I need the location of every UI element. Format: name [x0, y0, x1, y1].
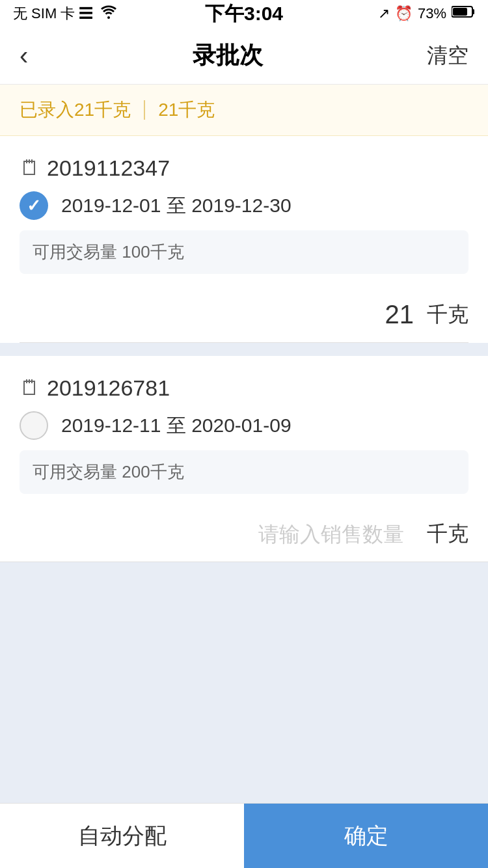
- nav-bar: ‹ 录批次 清空: [0, 27, 488, 85]
- batch-2-quantity-row: 千克: [0, 507, 488, 562]
- sim-text: 无 SIM 卡 ☰: [13, 4, 93, 23]
- page-title: 录批次: [193, 40, 263, 72]
- batch-1-quantity-row: 21 千克: [0, 287, 488, 342]
- batch-1-availability: 可用交易量 100千克: [20, 230, 468, 274]
- status-left: 无 SIM 卡 ☰: [13, 4, 118, 23]
- clear-button[interactable]: 清空: [427, 42, 468, 70]
- batch-2-section: 🗒 2019126781 2019-12-11 至 2020-01-09 可用交…: [0, 356, 488, 562]
- info-value: 21千克: [158, 98, 215, 122]
- auto-distribute-button[interactable]: 自动分配: [0, 804, 244, 868]
- back-button[interactable]: ‹: [20, 41, 28, 70]
- info-banner: 已录入21千克 21千克: [0, 85, 488, 136]
- battery-icon: [452, 5, 475, 22]
- batch-2-card: 🗒 2019126781 2019-12-11 至 2020-01-09 可用交…: [0, 356, 488, 494]
- confirm-label: 确定: [344, 821, 388, 851]
- batch-2-unit: 千克: [427, 520, 468, 549]
- alarm-icon: ⏰: [395, 5, 413, 22]
- batch-1-card: 🗒 2019112347 2019-12-01 至 2019-12-30 可用交…: [0, 136, 488, 274]
- batch-2-date: 2019-12-11 至 2020-01-09: [61, 413, 291, 439]
- status-time: 下午3:04: [205, 1, 283, 27]
- auto-distribute-label: 自动分配: [78, 821, 167, 851]
- batch-1-quantity-value: 21: [385, 300, 414, 329]
- confirm-button[interactable]: 确定: [244, 804, 488, 868]
- batch-2-header: 🗒 2019126781: [20, 375, 468, 401]
- batch-2-radio[interactable]: [20, 411, 48, 440]
- batch-2-availability: 可用交易量 200千克: [20, 450, 468, 494]
- batch-1-radio[interactable]: [20, 191, 48, 220]
- batch-2-id: 2019126781: [47, 375, 170, 401]
- batch-1-date: 2019-12-01 至 2019-12-30: [61, 193, 291, 219]
- section-divider-1: [0, 343, 488, 356]
- batch-1-date-row: 2019-12-01 至 2019-12-30: [20, 191, 468, 220]
- batch-2-icon: 🗒: [20, 376, 40, 400]
- svg-rect-1: [472, 9, 474, 14]
- bottom-area: [0, 562, 488, 822]
- info-label: 已录入21千克: [20, 98, 131, 122]
- batch-2-quantity-input[interactable]: [219, 522, 414, 547]
- location-icon: ↗: [378, 5, 390, 22]
- battery-percent: 73%: [418, 5, 446, 22]
- batch-1-section: 🗒 2019112347 2019-12-01 至 2019-12-30 可用交…: [0, 136, 488, 343]
- footer: 自动分配 确定: [0, 803, 488, 868]
- batch-1-icon: 🗒: [20, 156, 40, 180]
- batch-2-date-row: 2019-12-11 至 2020-01-09: [20, 411, 468, 440]
- info-divider: [144, 100, 145, 120]
- batch-1-header: 🗒 2019112347: [20, 156, 468, 181]
- status-right: ↗ ⏰ 73%: [378, 5, 475, 22]
- batch-1-quantity-unit: 千克: [427, 301, 468, 329]
- wifi-icon: [100, 5, 118, 23]
- svg-rect-2: [453, 8, 467, 16]
- content-wrapper: 🗒 2019112347 2019-12-01 至 2019-12-30 可用交…: [0, 136, 488, 868]
- status-bar: 无 SIM 卡 ☰ 下午3:04 ↗ ⏰ 73%: [0, 0, 488, 27]
- batch-1-id: 2019112347: [47, 156, 170, 181]
